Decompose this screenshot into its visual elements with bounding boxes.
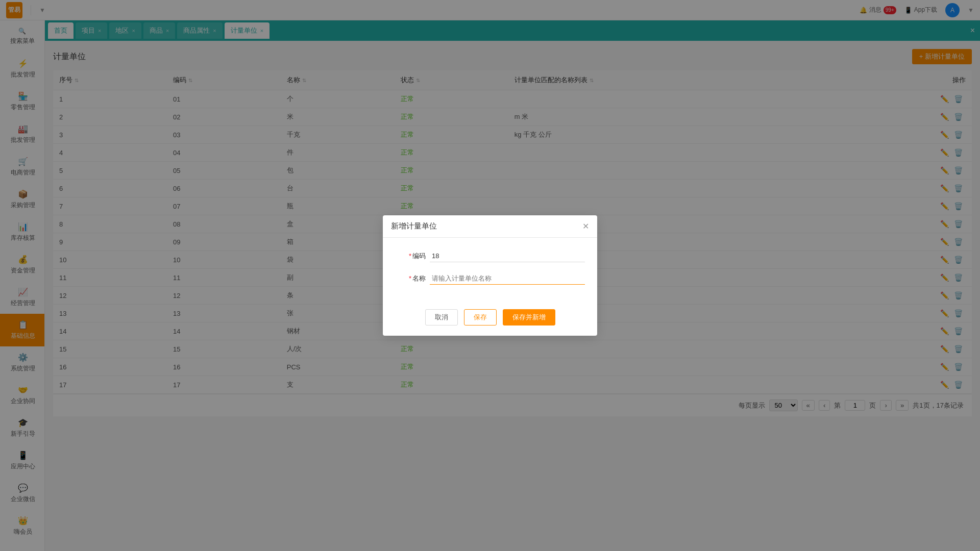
modal-close-btn[interactable]: ✕: [582, 221, 589, 231]
modal-title: 新增计量单位: [391, 221, 437, 231]
cancel-button[interactable]: 取消: [425, 309, 458, 325]
name-input[interactable]: [430, 272, 585, 285]
modal-header: 新增计量单位 ✕: [383, 215, 597, 238]
required-mark-code: *: [409, 252, 411, 260]
modal-body: *编码 *名称: [383, 238, 597, 303]
modal-footer: 取消 保存 保存并新增: [383, 303, 597, 336]
required-mark-name: *: [409, 274, 411, 282]
modal-overlay: 新增计量单位 ✕ *编码 *名称 取消 保存 保存并新增: [0, 0, 980, 551]
form-label-code: *编码: [395, 252, 426, 261]
form-row-code: *编码: [395, 250, 585, 262]
add-unit-modal: 新增计量单位 ✕ *编码 *名称 取消 保存 保存并新增: [383, 215, 597, 336]
form-label-name: *名称: [395, 274, 426, 283]
save-new-button[interactable]: 保存并新增: [503, 309, 555, 325]
save-button[interactable]: 保存: [464, 309, 497, 325]
code-input[interactable]: [430, 250, 585, 262]
form-row-name: *名称: [395, 272, 585, 285]
